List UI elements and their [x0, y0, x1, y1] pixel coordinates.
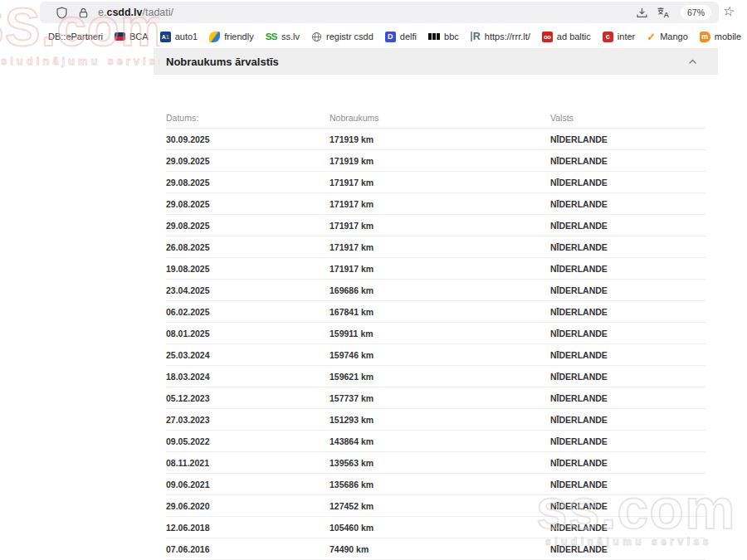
- country-cell: NĪDERLANDE: [550, 264, 706, 274]
- country-cell: NĪDERLANDE: [550, 544, 706, 554]
- bookmark-label: friendly: [224, 32, 253, 41]
- table-row: 29.08.2025171917 kmNĪDERLANDE: [166, 172, 706, 193]
- mileage-cell: 159621 km: [330, 372, 550, 382]
- table-row: 19.08.2025171917 kmNĪDERLANDE: [166, 258, 706, 280]
- country-cell: NĪDERLANDE: [550, 221, 706, 231]
- mileage-cell: 171917 km: [330, 178, 550, 187]
- column-header-date: Datums:: [166, 113, 330, 123]
- date-cell: 19.08.2025: [166, 264, 330, 274]
- bookmark-mobile[interactable]: m mobile: [700, 32, 741, 42]
- mileage-cell: 74490 km: [330, 544, 550, 554]
- lock-icon[interactable]: [76, 6, 90, 20]
- date-cell: 29.08.2025: [166, 221, 330, 231]
- mileage-cell: 167841 km: [330, 307, 550, 317]
- bookmark-mango[interactable]: ✓ Mango: [647, 32, 688, 42]
- country-cell: NĪDERLANDE: [550, 415, 706, 425]
- mileage-cell: 159911 km: [330, 329, 550, 338]
- date-cell: 26.08.2025: [166, 242, 330, 252]
- bookmark-label: bbc: [444, 32, 459, 41]
- bookmark-label: auto1: [175, 32, 198, 41]
- country-cell: NĪDERLANDE: [550, 178, 706, 187]
- bookmark-star-icon[interactable]: ☆: [721, 2, 735, 20]
- country-cell: NĪDERLANDE: [550, 199, 706, 209]
- table-row: 30.09.2025171919 kmNĪDERLANDE: [166, 129, 706, 150]
- table-row: 12.06.2018105460 kmNĪDERLANDE: [166, 517, 706, 538]
- url-text: e.csdd.lv/tadati/: [98, 7, 173, 18]
- mileage-cell: 127452 km: [330, 501, 550, 511]
- mileage-cell: 143864 km: [330, 436, 550, 446]
- mileage-cell: 171919 km: [330, 134, 550, 144]
- bookmark-label: inter: [618, 32, 635, 41]
- table-row: 09.05.2022143864 kmNĪDERLANDE: [166, 431, 706, 452]
- date-cell: 08.01.2025: [166, 329, 330, 338]
- bookmark-label: ad baltic: [557, 32, 591, 41]
- translate-icon[interactable]: A: [657, 6, 671, 20]
- date-cell: 09.06.2021: [166, 480, 330, 489]
- table-header-row: Datums: Nobraukums Valsts: [166, 108, 706, 129]
- bookmark-label: delfi: [400, 32, 417, 41]
- country-cell: NĪDERLANDE: [550, 436, 706, 446]
- country-cell: NĪDERLANDE: [550, 307, 706, 317]
- date-cell: 23.04.2025: [166, 285, 330, 295]
- chevron-up-icon[interactable]: [688, 59, 697, 65]
- mileage-cell: 171917 km: [330, 221, 550, 231]
- table-row: 08.01.2025159911 kmNĪDERLANDE: [166, 323, 706, 344]
- date-cell: 27.03.2023: [166, 415, 330, 425]
- bookmark-label: ss.lv: [281, 32, 300, 41]
- ss-logo-icon: SS: [266, 32, 277, 41]
- table-row: 07.06.201674490 kmNĪDERLANDE: [166, 538, 706, 560]
- country-cell: NĪDERLANDE: [550, 134, 706, 144]
- bookmark-label: BCA: [129, 32, 149, 41]
- mileage-panel: Nobraukums ārvalstīs Datums: Nobraukums …: [154, 48, 718, 560]
- bookmark-registr-csdd[interactable]: registr csdd: [311, 32, 374, 42]
- mileage-cell: 169686 km: [330, 285, 550, 295]
- date-cell: 05.12.2023: [166, 393, 330, 403]
- bookmark-bbc[interactable]: bbc: [428, 32, 459, 41]
- panel-title: Nobraukums ārvalstīs: [166, 56, 279, 68]
- table-row: 26.08.2025171917 kmNĪDERLANDE: [166, 236, 706, 258]
- mobile-icon: m: [700, 32, 710, 42]
- date-cell: 29.08.2025: [166, 178, 330, 187]
- date-cell: 29.09.2025: [166, 156, 330, 166]
- bookmark-friendly[interactable]: friendly: [209, 32, 253, 42]
- mileage-cell: 171919 km: [330, 156, 550, 166]
- table-row: 05.12.2023157737 kmNĪDERLANDE: [166, 387, 706, 409]
- mileage-cell: 171917 km: [330, 199, 550, 209]
- bookmark-sslv[interactable]: SS ss.lv: [266, 32, 300, 41]
- date-cell: 07.06.2016: [166, 544, 330, 554]
- inter-icon: c: [603, 32, 613, 42]
- table-row: 29.06.2020127452 kmNĪDERLANDE: [166, 495, 706, 517]
- bookmark-db-epartneri[interactable]: DB::ePartneri: [48, 32, 103, 41]
- mileage-cell: 171917 km: [330, 264, 550, 274]
- date-cell: 08.11.2021: [166, 458, 330, 468]
- date-cell: 30.09.2025: [166, 134, 330, 144]
- bookmark-label: https://rrr.lt/: [485, 32, 530, 41]
- delfi-icon: D: [385, 32, 396, 42]
- country-cell: NĪDERLANDE: [550, 329, 706, 338]
- bbc-blocks-icon: [428, 33, 440, 40]
- ad-baltic-icon: oo: [542, 32, 553, 42]
- bookmark-ad-baltic[interactable]: oo ad baltic: [542, 32, 591, 42]
- table-row: 29.08.2025171917 kmNĪDERLANDE: [166, 193, 706, 215]
- mileage-cell: 159746 km: [330, 350, 550, 360]
- bookmark-bca[interactable]: BCA: [115, 32, 149, 41]
- table-row: 27.03.2023151293 kmNĪDERLANDE: [166, 409, 706, 431]
- bookmark-inter[interactable]: c inter: [603, 32, 635, 42]
- mileage-cell: 171917 km: [330, 242, 550, 252]
- table-row: 23.04.2025169686 kmNĪDERLANDE: [166, 280, 706, 301]
- bookmark-rrr[interactable]: R https://rrr.lt/: [471, 32, 530, 42]
- address-bar[interactable]: e.csdd.lv/tadati/ A 67%: [40, 2, 719, 23]
- panel-header[interactable]: Nobraukums ārvalstīs: [154, 48, 718, 75]
- date-cell: 12.06.2018: [166, 523, 330, 533]
- mango-checkmark-icon: ✓: [647, 32, 656, 42]
- auto1-icon: A1: [160, 32, 171, 42]
- zoom-level-badge[interactable]: 67%: [681, 5, 711, 20]
- shield-icon[interactable]: [55, 6, 69, 20]
- bookmark-label: DB::ePartneri: [48, 32, 103, 41]
- bookmark-delfi[interactable]: D delfi: [385, 32, 417, 42]
- bca-flag-icon: [115, 32, 125, 41]
- save-page-icon[interactable]: [635, 6, 649, 20]
- bookmarks-bar: DB::ePartneri BCA A1 auto1 friendly SS s…: [0, 25, 747, 48]
- bookmark-auto1[interactable]: A1 auto1: [160, 32, 198, 42]
- table-row: 09.06.2021135686 kmNĪDERLANDE: [166, 474, 706, 495]
